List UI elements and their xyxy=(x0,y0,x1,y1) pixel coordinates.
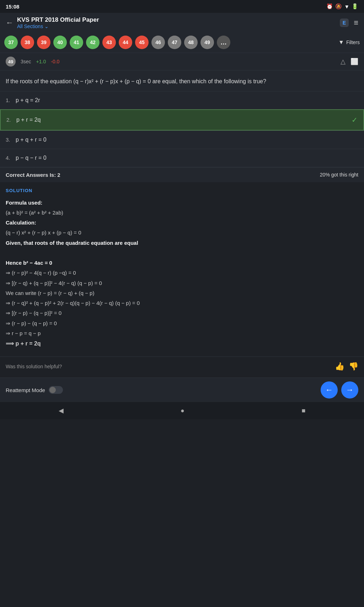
ebook-button[interactable]: E xyxy=(340,19,349,27)
question-nav-item-46[interactable]: 46 xyxy=(151,36,165,49)
toggle-knob xyxy=(49,387,56,393)
question-nav-item-43[interactable]: 43 xyxy=(102,36,116,49)
flag-icon[interactable]: △ xyxy=(341,58,346,65)
helpful-buttons: 👍 👎 xyxy=(335,362,358,371)
solution-line: Calculation: xyxy=(6,218,358,227)
solution-line xyxy=(6,248,358,258)
option-text-4: p − q − r = 0 xyxy=(16,155,358,161)
solution-line: ⇒[(r − p) − (q − p)]² = 0 xyxy=(6,308,358,318)
question-nav-item-39[interactable]: 39 xyxy=(37,36,50,49)
question-number-badge: 49 xyxy=(6,57,16,67)
mute-icon: 🔕 xyxy=(335,3,342,10)
solution-line: (q − r) x² + (r − p) x + (p − q) = 0 xyxy=(6,228,358,237)
option-text-2: p + r = 2q xyxy=(16,117,352,123)
chevron-down-icon: ⌄ xyxy=(44,23,49,29)
question-meta: 49 3sec +1.0 -0.0 △ ⬜ xyxy=(0,53,364,70)
wifi-icon: ▼ xyxy=(344,4,349,10)
option-row-1[interactable]: 1.p + q = 2r xyxy=(0,91,364,109)
android-nav: ◀ ● ■ xyxy=(0,402,364,419)
solution-line: Formula used: xyxy=(6,198,358,207)
header-title: KVS PRT 2018 Official Paper xyxy=(17,16,99,23)
android-recent-button[interactable]: ■ xyxy=(301,407,305,415)
solution-label: SOLUTION xyxy=(6,188,358,193)
question-nav-item-47[interactable]: 47 xyxy=(168,36,181,49)
helpful-question: Was this solution helpful? xyxy=(6,364,62,369)
solution-line: (a + b)² = (a² + b² + 2ab) xyxy=(6,208,358,217)
option-row-2[interactable]: 2.p + r = 2q✓ xyxy=(0,109,364,131)
question-nav-item-38[interactable]: 38 xyxy=(21,36,34,49)
option-number-3: 3. xyxy=(6,137,16,143)
menu-button[interactable]: ≡ xyxy=(354,18,358,27)
solution-line: ⇒(r − p)² − 4(q − r) (p −q) = 0 xyxy=(6,268,358,278)
question-nav-item-45[interactable]: 45 xyxy=(135,36,149,49)
solution-line: ⇒(r − q)² + (q − p)² + 2(r − q)(q − p) −… xyxy=(6,299,358,308)
all-sections-label: All Sections xyxy=(17,23,43,29)
option-number-1: 1. xyxy=(6,97,16,103)
question-marks-pos: +1.0 xyxy=(36,59,46,64)
question-nav-item-49[interactable]: 49 xyxy=(200,36,214,49)
helpful-row: Was this solution helpful? 👍 👎 xyxy=(0,357,364,378)
correct-check-icon: ✓ xyxy=(352,116,358,124)
question-meta-right: △ ⬜ xyxy=(341,58,358,65)
prev-button[interactable]: ← xyxy=(321,381,338,398)
solution-line: Hence b² − 4ac = 0 xyxy=(6,258,358,268)
solution-line: ⇒r − p = q − p xyxy=(6,329,358,338)
correct-percentage: 20% got this right xyxy=(320,172,358,178)
android-home-button[interactable]: ● xyxy=(181,407,184,415)
question-nav-item-44[interactable]: 44 xyxy=(119,36,132,49)
question-nav-item-37[interactable]: 37 xyxy=(4,36,18,49)
option-text-3: p + q + r = 0 xyxy=(16,137,358,143)
bottom-bar: Reattempt Mode ← → xyxy=(0,378,364,402)
thumbs-up-button[interactable]: 👍 xyxy=(335,362,344,371)
filters-label[interactable]: Filters xyxy=(346,39,360,45)
option-row-4[interactable]: 4.p − q − r = 0 xyxy=(0,149,364,167)
solution-text: Formula used:(a + b)² = (a² + b² + 2ab)C… xyxy=(6,198,358,349)
question-nav-item-more[interactable]: … xyxy=(217,36,230,49)
solution-line: ⟹ p + r = 2q xyxy=(6,339,358,349)
nav-buttons: ← → xyxy=(321,381,358,398)
alarm-icon: ⏰ xyxy=(326,3,333,10)
solution-section: SOLUTION Formula used:(a + b)² = (a² + b… xyxy=(0,182,364,357)
header-right: E ≡ xyxy=(340,18,358,27)
status-time: 15:08 xyxy=(6,4,19,10)
thumbs-down-button[interactable]: 👎 xyxy=(349,362,358,371)
back-button[interactable]: ← xyxy=(6,18,14,27)
header: ← KVS PRT 2018 Official Paper All Sectio… xyxy=(0,13,364,32)
question-marks-neg: -0.0 xyxy=(51,59,59,64)
question-area: 49 3sec +1.0 -0.0 △ ⬜ If the roots of th… xyxy=(0,53,364,91)
solution-line: Given, that roots of the quadratic equat… xyxy=(6,238,358,248)
question-time: 3sec xyxy=(21,59,31,64)
option-text-1: p + q = 2r xyxy=(16,97,358,104)
solution-line: We can write (r − p) = (r − q) + (q − p) xyxy=(6,289,358,298)
option-row-3[interactable]: 3.p + q + r = 0 xyxy=(0,131,364,149)
bookmark-icon[interactable]: ⬜ xyxy=(350,58,358,65)
option-number-4: 4. xyxy=(6,155,16,161)
all-sections-dropdown[interactable]: All Sections ⌄ xyxy=(17,23,99,29)
filter-icon: ▼ xyxy=(338,39,344,46)
question-nav-item-48[interactable]: 48 xyxy=(184,36,198,49)
question-text: If the roots of the equation (q − r)x² +… xyxy=(0,70,364,91)
header-title-block: KVS PRT 2018 Official Paper All Sections… xyxy=(17,16,99,29)
status-icons: ⏰ 🔕 ▼ 🔋 xyxy=(326,3,358,10)
correct-answers-bar: Correct Answers Is: 2 20% got this right xyxy=(0,167,364,182)
status-bar: 15:08 ⏰ 🔕 ▼ 🔋 xyxy=(0,0,364,13)
reattempt-left: Reattempt Mode xyxy=(6,386,63,394)
question-nav-item-40[interactable]: 40 xyxy=(53,36,67,49)
question-nav: 37383940414243444546474849… ▼ Filters xyxy=(0,32,364,53)
reattempt-toggle[interactable] xyxy=(49,386,63,394)
next-button[interactable]: → xyxy=(341,381,358,398)
question-nav-item-41[interactable]: 41 xyxy=(70,36,83,49)
solution-line: ⇒(r − p) − (q − p) = 0 xyxy=(6,319,358,328)
ebook-icon: E xyxy=(343,20,346,26)
correct-answer-label: Correct Answers Is: 2 xyxy=(6,172,60,178)
reattempt-label: Reattempt Mode xyxy=(6,387,45,393)
solution-line: ⇒[(r − q) + (q − p)]² − 4(r − q) (q − p)… xyxy=(6,279,358,288)
question-nav-item-42[interactable]: 42 xyxy=(86,36,100,49)
options-container: 1.p + q = 2r2.p + r = 2q✓3.p + q + r = 0… xyxy=(0,91,364,167)
battery-icon: 🔋 xyxy=(352,3,358,10)
android-back-button[interactable]: ◀ xyxy=(59,407,64,415)
option-number-2: 2. xyxy=(6,117,16,123)
header-left: ← KVS PRT 2018 Official Paper All Sectio… xyxy=(6,16,99,29)
